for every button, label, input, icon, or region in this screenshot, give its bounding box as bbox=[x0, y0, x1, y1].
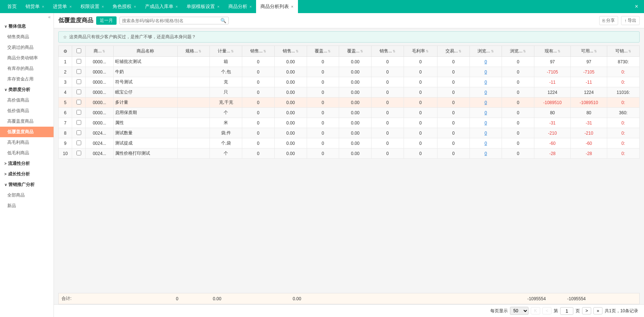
sidebar-section-marketing[interactable]: ∨营销推广分析 bbox=[0, 179, 54, 190]
nav-templates-close[interactable]: × bbox=[217, 4, 219, 9]
prev-page-btn[interactable]: < bbox=[542, 307, 551, 314]
window-close-icon[interactable]: × bbox=[632, 3, 641, 10]
first-page-btn[interactable]: K bbox=[531, 307, 540, 314]
nav-roles-close[interactable]: × bbox=[134, 4, 136, 9]
select-all-checkbox[interactable] bbox=[76, 48, 81, 53]
row-checkbox[interactable] bbox=[76, 151, 81, 155]
nav-analysis-close[interactable]: × bbox=[250, 4, 252, 9]
nav-permissions-close[interactable]: × bbox=[102, 4, 104, 9]
col-view2[interactable]: 浏览...⇅ bbox=[502, 46, 534, 57]
row-checkbox[interactable] bbox=[76, 130, 81, 135]
sidebar-item-all-goods[interactable]: 全部商品 bbox=[0, 190, 54, 201]
last-page-btn[interactable]: » bbox=[593, 307, 602, 314]
search-icon[interactable]: 🔍 bbox=[220, 18, 226, 23]
cell-checkbox[interactable] bbox=[72, 118, 86, 128]
sidebar-section-cluster[interactable]: ∨类群度分析 bbox=[0, 84, 54, 95]
cell-view1[interactable]: 0 bbox=[470, 128, 502, 138]
col-sales1[interactable]: 销售...⇅ bbox=[242, 46, 275, 57]
sidebar-item-new-goods[interactable]: 新品 bbox=[0, 201, 54, 211]
sidebar-item-low-value[interactable]: 低价值商品 bbox=[0, 106, 54, 116]
col-sales3[interactable]: 销售...⇅ bbox=[372, 46, 404, 57]
cell-checkbox[interactable] bbox=[72, 87, 86, 98]
col-cover2[interactable]: 覆盖...⇅ bbox=[339, 46, 372, 57]
nav-analysis-list-close[interactable]: × bbox=[291, 4, 293, 9]
sidebar-item-stock-capital[interactable]: 库存资金占用 bbox=[0, 74, 54, 84]
sidebar-section-liquidity[interactable]: >流通性分析 bbox=[0, 158, 54, 169]
col-spec[interactable]: 规格...⇅ bbox=[177, 46, 210, 57]
sidebar-item-low-margin[interactable]: 低毛利商品 bbox=[0, 148, 54, 158]
sidebar-item-traded-goods[interactable]: 交易过的商品 bbox=[0, 42, 54, 53]
cell-view1[interactable]: 0 bbox=[470, 118, 502, 128]
sidebar-item-stocked-goods[interactable]: 有库存的商品 bbox=[0, 63, 54, 74]
nav-permissions[interactable]: 权限设置 × bbox=[76, 0, 108, 13]
row-checkbox[interactable] bbox=[76, 69, 81, 74]
nav-sales-close[interactable]: × bbox=[42, 4, 44, 9]
sidebar-collapse-btn[interactable]: « bbox=[0, 13, 54, 21]
table-wrapper[interactable]: ⚙ 商...⇅ 商品名称 规格...⇅ 计量...⇅ 销售...⇅ 销售...⇅… bbox=[58, 45, 640, 293]
col-name[interactable]: 商品名称 bbox=[113, 46, 177, 57]
sidebar-item-high-value[interactable]: 高价值商品 bbox=[0, 95, 54, 106]
share-button[interactable]: ⎘ 分享 bbox=[599, 16, 618, 25]
col-view1[interactable]: 浏览...⇅ bbox=[470, 46, 502, 57]
export-button[interactable]: ↑ 导出 bbox=[621, 16, 640, 25]
cell-checkbox[interactable] bbox=[72, 67, 86, 77]
per-page-select[interactable]: 20 50 100 bbox=[510, 307, 529, 315]
nav-products[interactable]: 产成品入库单 × bbox=[141, 0, 182, 13]
sidebar-item-high-margin[interactable]: 高毛利商品 bbox=[0, 137, 54, 148]
cell-checkbox[interactable] bbox=[72, 148, 86, 159]
nav-products-close[interactable]: × bbox=[176, 4, 178, 9]
cell-view1[interactable]: 0 bbox=[470, 148, 502, 159]
row-checkbox[interactable] bbox=[76, 90, 81, 94]
nav-sales[interactable]: 销货单 × bbox=[21, 0, 48, 13]
sidebar-item-high-coverage[interactable]: 高覆盖度商品 bbox=[0, 116, 54, 127]
page-number-input[interactable] bbox=[560, 307, 573, 315]
row-checkbox[interactable] bbox=[76, 59, 81, 64]
col-trade[interactable]: 交易...⇅ bbox=[437, 46, 470, 57]
cell-view1[interactable]: 0 bbox=[470, 98, 502, 108]
time-filter-button[interactable]: 近一月 bbox=[96, 16, 117, 25]
cell-checkbox[interactable] bbox=[72, 77, 86, 87]
nav-analysis-list[interactable]: 商品分析列表 × bbox=[256, 0, 298, 13]
cell-checkbox[interactable] bbox=[72, 57, 86, 67]
col-stock1[interactable]: 现有...⇅ bbox=[534, 46, 571, 57]
sidebar-section-overview[interactable]: ∨整体信息 bbox=[0, 21, 54, 32]
cell-view1[interactable]: 0 bbox=[470, 87, 502, 98]
cell-view1[interactable]: 0 bbox=[470, 67, 502, 77]
search-input[interactable] bbox=[122, 18, 220, 23]
row-checkbox[interactable] bbox=[76, 110, 81, 115]
col-cover1[interactable]: 覆盖...⇅ bbox=[307, 46, 339, 57]
row-checkbox[interactable] bbox=[76, 79, 81, 84]
table-row: 3 0000... 符号测试 克 0 0.00 0 0.00 0 0 0 0 0… bbox=[59, 77, 640, 87]
cell-checkbox[interactable] bbox=[72, 128, 86, 138]
col-stock2[interactable]: 可用...⇅ bbox=[571, 46, 607, 57]
row-checkbox[interactable] bbox=[76, 140, 81, 145]
nav-templates[interactable]: 单据模板设置 × bbox=[182, 0, 224, 13]
sidebar-item-category-rate[interactable]: 商品分类动销率 bbox=[0, 53, 54, 63]
cell-view1[interactable]: 0 bbox=[470, 57, 502, 67]
nav-roles[interactable]: 角色授权 × bbox=[108, 0, 140, 13]
cell-checkbox[interactable] bbox=[72, 108, 86, 118]
cell-checkbox[interactable] bbox=[72, 138, 86, 148]
cell-view2: 0 bbox=[502, 87, 534, 98]
sidebar-section-growth[interactable]: >成长性分析 bbox=[0, 169, 54, 179]
col-settings[interactable]: ⚙ bbox=[59, 46, 72, 57]
nav-purchase-close[interactable]: × bbox=[69, 4, 71, 9]
nav-purchase[interactable]: 进货单 × bbox=[48, 0, 76, 13]
col-checkbox[interactable] bbox=[72, 46, 86, 57]
col-margin[interactable]: 毛利率⇅ bbox=[404, 46, 437, 57]
sidebar-item-sales-goods[interactable]: 销售类商品 bbox=[0, 32, 54, 42]
col-sales2[interactable]: 销售...⇅ bbox=[274, 46, 307, 57]
cell-view1[interactable]: 0 bbox=[470, 108, 502, 118]
sidebar-item-low-coverage[interactable]: 低覆盖度商品 bbox=[0, 127, 54, 137]
nav-home[interactable]: 首页 bbox=[3, 0, 21, 13]
cell-view1[interactable]: 0 bbox=[470, 77, 502, 87]
col-unit[interactable]: 计量...⇅ bbox=[210, 46, 242, 57]
row-checkbox[interactable] bbox=[76, 100, 81, 104]
col-code[interactable]: 商...⇅ bbox=[86, 46, 114, 57]
cell-view1[interactable]: 0 bbox=[470, 138, 502, 148]
cell-checkbox[interactable] bbox=[72, 98, 86, 108]
col-stock3[interactable]: 可销...⇅ bbox=[607, 46, 640, 57]
next-page-btn[interactable]: > bbox=[582, 307, 591, 314]
row-checkbox[interactable] bbox=[76, 120, 81, 125]
nav-analysis[interactable]: 商品分析 × bbox=[224, 0, 256, 13]
